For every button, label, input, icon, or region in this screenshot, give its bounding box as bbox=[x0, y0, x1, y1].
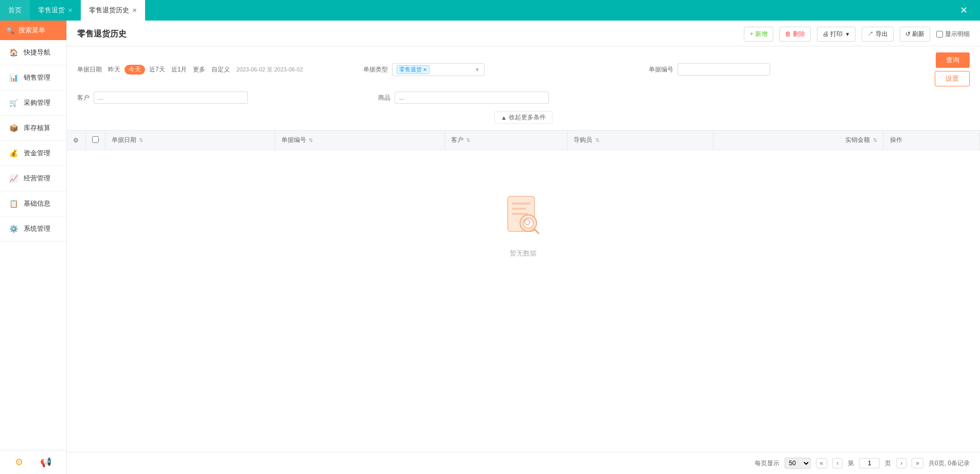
next-page-icon: › bbox=[900, 460, 902, 467]
date-range-display: 2023-06-02 至 2023-06-02 bbox=[236, 66, 303, 74]
sidebar-item-purchase-mgmt[interactable]: 🛒 采购管理 bbox=[0, 90, 66, 116]
sidebar-item-ops-mgmt-label: 经营管理 bbox=[24, 174, 50, 183]
customer-label: 客户 bbox=[77, 94, 90, 102]
date-shortcut-more[interactable]: 更多 bbox=[191, 65, 207, 75]
tab-home[interactable]: 首页 bbox=[0, 0, 30, 21]
date-shortcut-7days[interactable]: 近7天 bbox=[147, 65, 167, 75]
date-shortcut-1month[interactable]: 近1月 bbox=[169, 65, 189, 75]
next-page-button[interactable]: › bbox=[896, 458, 906, 468]
bill-type-tags: 零售退货 ✕ bbox=[397, 65, 473, 74]
collapse-row: ▲ 收起更多条件 bbox=[77, 109, 970, 124]
empty-state-icon bbox=[497, 191, 549, 243]
query-button[interactable]: 查询 bbox=[936, 52, 970, 68]
tab-retail-return-history[interactable]: 零售退货历史 ✕ bbox=[81, 0, 145, 21]
settings-gear-icon[interactable]: ⚙ bbox=[73, 137, 79, 144]
pagination-bar: 每页显示 10 20 50 100 « ‹ 第 页 › » 共0页, 0条记录 bbox=[67, 452, 980, 474]
bill-no-filter-group: 单据编号 bbox=[649, 63, 924, 76]
sidebar-item-quick-nav[interactable]: 🏠 快捷导航 bbox=[0, 40, 66, 65]
first-page-button[interactable]: « bbox=[816, 458, 828, 468]
sidebar-search[interactable]: 🔍 搜索菜单 bbox=[0, 21, 66, 40]
sidebar-bottom: ⚙ 📢 bbox=[0, 450, 66, 474]
refresh-button-label: ↺ 刷新 bbox=[905, 30, 924, 39]
export-button[interactable]: ↗ 导出 bbox=[862, 27, 893, 42]
settings-icon[interactable]: ⚙ bbox=[15, 457, 23, 468]
page-label-suf: 页 bbox=[885, 459, 891, 468]
page-number-input[interactable] bbox=[859, 458, 880, 468]
amount-sort-icon: ⇅ bbox=[873, 137, 877, 143]
sidebar-item-sales-mgmt-label: 销售管理 bbox=[24, 73, 50, 82]
bill-type-label: 单据类型 bbox=[363, 65, 388, 74]
customer-input[interactable] bbox=[94, 92, 248, 104]
prev-page-icon: ‹ bbox=[836, 460, 839, 467]
date-shortcut-yesterday[interactable]: 昨天 bbox=[106, 65, 122, 75]
filter-row-1: 单据日期 昨天 今天 近7天 近1月 更多 自定义 2023-06-02 至 2… bbox=[77, 52, 970, 86]
page-title: 零售退货历史 bbox=[77, 29, 127, 40]
page-size-label: 每页显示 bbox=[755, 459, 779, 468]
show-detail-text: 显示明细 bbox=[945, 30, 970, 39]
sidebar-search-label: 搜索菜单 bbox=[19, 26, 45, 35]
prev-page-button[interactable]: ‹ bbox=[832, 458, 843, 468]
window-close-button[interactable]: ✕ bbox=[956, 3, 972, 18]
delete-button[interactable]: 🗑 删除 bbox=[779, 27, 811, 42]
setting-button[interactable]: 设置 bbox=[935, 71, 970, 86]
bill-type-tag-retail-return: 零售退货 ✕ bbox=[397, 65, 430, 74]
ops-mgmt-icon: 📈 bbox=[8, 173, 19, 184]
th-checkbox[interactable] bbox=[85, 131, 105, 150]
svg-line-6 bbox=[534, 229, 539, 233]
sidebar-item-finance-mgmt[interactable]: 💰 资金管理 bbox=[0, 141, 66, 166]
last-page-icon: » bbox=[916, 460, 919, 467]
tab-retail-return-close[interactable]: ✕ bbox=[68, 7, 73, 14]
tab-retail-return-history-label: 零售退货历史 bbox=[89, 6, 129, 15]
bill-type-select[interactable]: 零售退货 ✕ ▼ bbox=[392, 63, 485, 76]
speaker-icon[interactable]: 📢 bbox=[40, 457, 51, 468]
show-detail-label[interactable]: 显示明细 bbox=[936, 30, 970, 39]
show-detail-checkbox[interactable] bbox=[936, 31, 943, 38]
sidebar-item-sys-mgmt[interactable]: ⚙️ 系统管理 bbox=[0, 216, 66, 242]
bill-type-filter-group: 单据类型 零售退货 ✕ ▼ bbox=[363, 63, 639, 76]
sidebar-item-finance-mgmt-label: 资金管理 bbox=[24, 149, 50, 158]
table-body: 暂无数据 bbox=[67, 150, 980, 300]
th-amount[interactable]: 实销金额 ⇅ bbox=[714, 131, 883, 150]
th-bill-no[interactable]: 单据编号 ⇅ bbox=[275, 131, 444, 150]
new-button[interactable]: + 新增 bbox=[744, 27, 773, 42]
page-size-select[interactable]: 10 20 50 100 bbox=[785, 458, 811, 469]
sidebar-item-sales-mgmt[interactable]: 📊 销售管理 bbox=[0, 65, 66, 90]
goods-input[interactable] bbox=[395, 92, 549, 104]
refresh-button[interactable]: ↺ 刷新 bbox=[900, 27, 930, 42]
th-bill-no-label: 单据编号 bbox=[281, 136, 306, 143]
collapse-button-label: 收起更多条件 bbox=[509, 113, 546, 122]
action-buttons: 查询 设置 bbox=[935, 52, 970, 86]
bill-no-input[interactable] bbox=[678, 63, 770, 76]
select-all-checkbox[interactable] bbox=[92, 136, 99, 143]
tab-bar: 首页 零售退货 ✕ 零售退货历史 ✕ bbox=[0, 0, 956, 21]
sys-mgmt-icon: ⚙️ bbox=[8, 224, 19, 234]
bill-type-tag-close[interactable]: ✕ bbox=[423, 67, 427, 72]
tab-retail-return-label: 零售退货 bbox=[38, 6, 65, 15]
sidebar-item-inventory-calc[interactable]: 📦 库存核算 bbox=[0, 116, 66, 141]
guide-sort-icon: ⇅ bbox=[595, 137, 599, 143]
print-button[interactable]: 🖨 打印 ▼ bbox=[817, 27, 856, 42]
customer-filter-group: 客户 bbox=[77, 92, 368, 104]
last-page-button[interactable]: » bbox=[912, 458, 923, 468]
bill-date-label: 单据日期 bbox=[77, 65, 102, 74]
bill-date-sort-icon: ⇅ bbox=[139, 137, 143, 143]
bill-type-dropdown-icon: ▼ bbox=[475, 67, 480, 72]
setting-button-label: 设置 bbox=[946, 75, 959, 82]
svg-rect-2 bbox=[512, 208, 526, 210]
print-button-label: 🖨 打印 bbox=[823, 30, 843, 39]
th-guide[interactable]: 导购员 ⇅ bbox=[567, 131, 714, 150]
th-customer[interactable]: 客户 ⇅ bbox=[444, 131, 567, 150]
tab-retail-return[interactable]: 零售退货 ✕ bbox=[30, 0, 81, 21]
page-header: 零售退货历史 + 新增 🗑 删除 🖨 打印 ▼ ↗ 导出 ↺ 刷新 bbox=[67, 21, 980, 46]
sidebar-item-inventory-calc-label: 库存核算 bbox=[24, 123, 50, 133]
date-shortcut-today[interactable]: 今天 bbox=[124, 65, 145, 75]
collapse-button[interactable]: ▲ 收起更多条件 bbox=[494, 111, 553, 124]
date-shortcut-custom[interactable]: 自定义 bbox=[209, 65, 232, 75]
table-area: ⚙ 单据日期 ⇅ 单据编号 ⇅ bbox=[67, 131, 980, 452]
sidebar-item-basic-info[interactable]: 📋 基础信息 bbox=[0, 191, 66, 216]
tab-retail-return-history-close[interactable]: ✕ bbox=[132, 7, 137, 14]
sales-mgmt-icon: 📊 bbox=[8, 72, 19, 83]
sidebar-item-ops-mgmt[interactable]: 📈 经营管理 bbox=[0, 166, 66, 191]
th-settings[interactable]: ⚙ bbox=[67, 131, 85, 150]
th-bill-date[interactable]: 单据日期 ⇅ bbox=[105, 131, 275, 150]
